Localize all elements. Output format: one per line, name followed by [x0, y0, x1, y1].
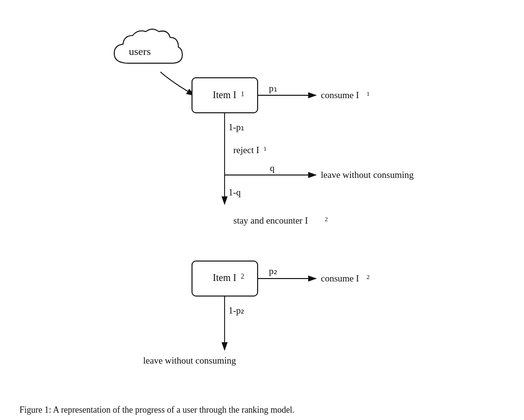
- reject-i1-subscript: 1: [263, 145, 267, 152]
- item2-label: Item I: [213, 272, 236, 283]
- consume-i2-label: consume I: [321, 273, 359, 283]
- consume-i2-subscript: 2: [367, 273, 370, 280]
- one-minus-q-label: 1-q: [228, 187, 241, 197]
- users-cloud: users: [114, 29, 182, 63]
- one-minus-p1-label: 1-p₁: [228, 122, 245, 132]
- one-minus-p2-label: 1-p₂: [228, 305, 245, 315]
- diagram-container: users Item I 1 p₁ consume I 1 1-p₁ rejec…: [0, 0, 524, 399]
- users-label: users: [129, 45, 151, 57]
- item1-label: Item I: [213, 89, 236, 100]
- stay-encounter-subscript: 2: [325, 215, 328, 223]
- item2-subscript: 2: [241, 273, 245, 280]
- consume-i1-label: consume I: [321, 90, 359, 100]
- caption-text: Figure 1: A representation of the progre…: [19, 405, 295, 415]
- q-label: q: [270, 163, 275, 173]
- stay-encounter-label: stay and encounter I: [233, 215, 308, 226]
- cloud-to-item1-arrow: [160, 72, 194, 95]
- reject-i1-label: reject I: [233, 145, 259, 155]
- item1-subscript: 1: [241, 90, 245, 98]
- leave-top-label: leave without consuming: [321, 170, 414, 180]
- leave-bottom-label: leave without consuming: [143, 355, 236, 366]
- p2-label: p₂: [269, 266, 278, 276]
- consume-i1-subscript: 1: [367, 90, 370, 97]
- figure-caption: Figure 1: A representation of the progre…: [0, 400, 524, 420]
- p1-label: p₁: [269, 83, 278, 93]
